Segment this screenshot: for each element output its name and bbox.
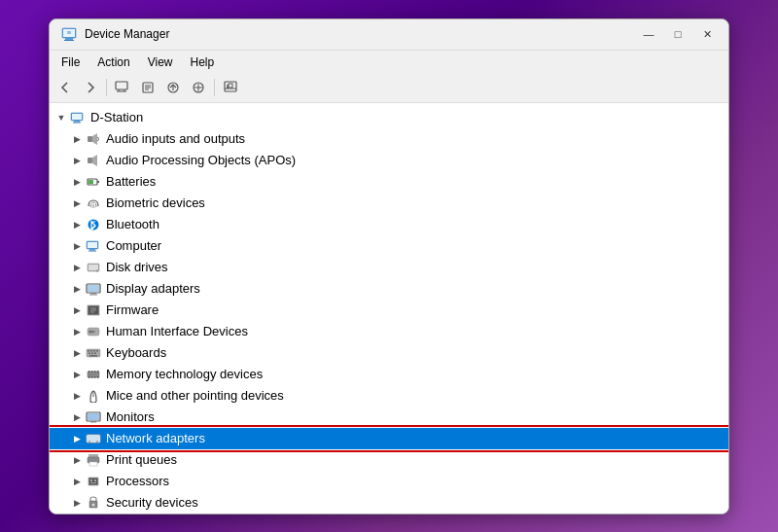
tree-item-security[interactable]: ▶ Security devices xyxy=(50,492,728,514)
svg-rect-56 xyxy=(88,350,89,352)
svg-rect-1 xyxy=(65,38,73,40)
svg-rect-5 xyxy=(116,82,127,89)
svg-rect-57 xyxy=(90,350,92,352)
tree-item-batteries[interactable]: ▶ Batteries xyxy=(50,171,728,193)
label-processors: Processors xyxy=(106,475,169,487)
maximize-button[interactable]: □ xyxy=(664,24,691,44)
svg-rect-43 xyxy=(88,285,99,292)
expand-firmware[interactable]: ▶ xyxy=(69,302,85,318)
svg-rect-25 xyxy=(73,122,81,123)
label-hid: Human Interface Devices xyxy=(106,325,248,337)
expand-network[interactable]: ▶ xyxy=(69,431,85,446)
expand-memory[interactable]: ▶ xyxy=(69,367,85,382)
expand-hid[interactable]: ▶ xyxy=(69,324,85,339)
svg-rect-69 xyxy=(88,376,90,378)
svg-rect-72 xyxy=(97,376,99,378)
tree-item-keyboard[interactable]: ▶ Keyboards xyxy=(50,342,728,364)
svg-rect-92 xyxy=(90,479,92,481)
svg-rect-20 xyxy=(229,84,232,88)
expand-disk[interactable]: ▶ xyxy=(69,260,85,275)
svg-rect-94 xyxy=(90,482,96,483)
expand-print[interactable]: ▶ xyxy=(69,452,85,468)
tree-item-mice[interactable]: ▶ Mice and other pointing devices xyxy=(50,385,728,407)
tree-item-network[interactable]: ▶ Network adapters xyxy=(50,428,728,449)
svg-rect-40 xyxy=(88,265,98,270)
svg-rect-26 xyxy=(88,136,92,142)
properties-button[interactable] xyxy=(136,76,159,99)
label-batteries: Batteries xyxy=(106,175,156,188)
tree-item-memory[interactable]: ▶ Memory technology devices xyxy=(50,364,728,385)
svg-rect-76 xyxy=(88,413,99,420)
window-title: Device Manager xyxy=(85,27,169,41)
expand-mice[interactable]: ▶ xyxy=(69,388,85,404)
update-button[interactable] xyxy=(161,76,185,99)
tree-item-hid[interactable]: ▶ Human Interface Devices xyxy=(50,321,728,342)
svg-rect-28 xyxy=(88,158,92,163)
icon-print xyxy=(85,452,102,468)
icon-mice xyxy=(85,388,102,404)
svg-rect-61 xyxy=(91,352,93,354)
svg-rect-88 xyxy=(89,462,97,466)
expand-biometric[interactable]: ▶ xyxy=(69,195,85,211)
tree-item-processors[interactable]: ▶ Processors xyxy=(50,471,728,492)
back-button[interactable] xyxy=(53,76,77,99)
forward-button[interactable] xyxy=(79,76,102,99)
label-display: Display adapters xyxy=(106,282,200,295)
window-controls: — □ ✕ xyxy=(635,24,721,44)
expand-batteries[interactable]: ▶ xyxy=(69,174,85,190)
toolbar xyxy=(50,74,728,103)
tree-item-apo[interactable]: ▶ Audio Processing Objects (APOs) xyxy=(50,150,728,171)
expand-display[interactable]: ▶ xyxy=(69,281,85,297)
menu-action[interactable]: Action xyxy=(89,53,137,71)
icon-audio-io xyxy=(85,131,102,147)
scan-button[interactable] xyxy=(187,76,210,99)
icon-memory xyxy=(85,367,102,382)
label-disk: Disk drives xyxy=(106,261,168,273)
minimize-button[interactable]: — xyxy=(635,24,662,44)
icon-hid xyxy=(85,324,102,339)
svg-rect-60 xyxy=(88,352,90,354)
expand-computer[interactable]: ▶ xyxy=(69,238,85,254)
label-network: Network adapters xyxy=(106,432,205,444)
expand-bluetooth[interactable]: ▶ xyxy=(69,217,85,232)
menu-help[interactable]: Help xyxy=(183,53,223,71)
tree-item-disk[interactable]: ▶ Disk drives xyxy=(50,257,728,278)
tree-item-audio-io[interactable]: ▶ Audio inputs and outputs xyxy=(50,128,728,150)
tree-item-firmware[interactable]: ▶ Firmware xyxy=(50,300,728,321)
tree-item-monitors[interactable]: ▶ Monitors xyxy=(50,407,728,428)
label-computer: Computer xyxy=(106,239,161,252)
icon-biometric xyxy=(85,195,102,211)
svg-rect-71 xyxy=(94,376,96,378)
tree-item-computer[interactable]: ▶ Computer xyxy=(50,235,728,257)
expand-security[interactable]: ▶ xyxy=(69,495,85,511)
svg-rect-4 xyxy=(67,31,71,34)
tree-item-biometric[interactable]: ▶ Biometric devices xyxy=(50,193,728,214)
tree-item-display[interactable]: ▶ Display adapters xyxy=(50,278,728,300)
expand-processors[interactable]: ▶ xyxy=(69,474,85,489)
tree-root[interactable]: ▼ D-Station xyxy=(50,107,728,128)
expand-monitors[interactable]: ▶ xyxy=(69,409,85,425)
icon-bluetooth xyxy=(85,217,102,232)
tree-item-bluetooth[interactable]: ▶ Bluetooth xyxy=(50,214,728,235)
icon-firmware xyxy=(85,302,102,318)
toolbar-sep-1 xyxy=(106,79,107,96)
svg-rect-59 xyxy=(96,350,98,352)
label-biometric: Biometric devices xyxy=(106,196,205,209)
icon-computer xyxy=(85,238,102,254)
expand-audio-io[interactable]: ▶ xyxy=(69,131,85,147)
tree-item-print[interactable]: ▶ Print queues xyxy=(50,449,728,471)
icon-batteries xyxy=(85,174,102,190)
root-expand[interactable]: ▼ xyxy=(53,110,69,125)
expand-apo[interactable]: ▶ xyxy=(69,153,85,168)
svg-rect-93 xyxy=(94,479,96,481)
menu-view[interactable]: View xyxy=(140,53,181,71)
expand-keyboard[interactable]: ▶ xyxy=(69,345,85,361)
menu-file[interactable]: File xyxy=(53,53,88,71)
svg-rect-77 xyxy=(90,421,96,423)
svg-rect-38 xyxy=(88,250,96,251)
close-button[interactable]: ✕ xyxy=(693,24,721,44)
computer-button[interactable] xyxy=(111,76,134,99)
help-icon-button[interactable] xyxy=(219,76,242,99)
label-print: Print queues xyxy=(106,453,177,466)
icon-display xyxy=(85,281,102,297)
